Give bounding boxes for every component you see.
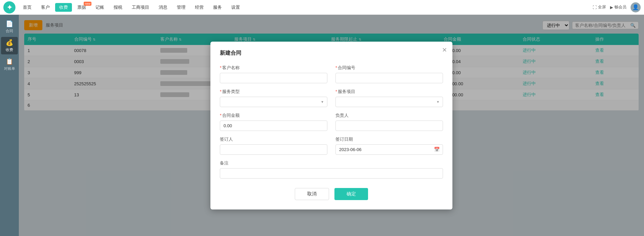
form-row-service-type: * 服务类型 — [220, 89, 327, 107]
nav-service[interactable]: 服务 — [209, 3, 226, 12]
modal-close-button[interactable]: ✕ — [442, 46, 447, 54]
form-row-contract-amount: * 合同金额 — [220, 112, 327, 131]
form-row-sign-date: 签订日期 📅 — [335, 136, 443, 155]
main-layout: 📄 合同 💰 收费 📋 对账单 新增 服务项目 进行中 已完成 已终止 — [0, 15, 644, 236]
modal-title: 新建合同 — [220, 50, 443, 57]
confirm-button[interactable]: 确定 — [334, 188, 368, 200]
vip-label: 畅会员 — [614, 4, 627, 10]
billing-icon: 💰 — [6, 39, 13, 46]
vip-icon: ▶ — [610, 5, 613, 10]
service-type-select[interactable] — [220, 97, 327, 107]
contract-no-input[interactable] — [335, 73, 443, 83]
contract-icon: 📄 — [6, 20, 13, 28]
new-badge: new — [84, 2, 91, 6]
service-type-select-wrapper — [220, 97, 327, 107]
avatar[interactable]: 👤 — [631, 2, 641, 12]
nav-customer[interactable]: 客户 — [37, 3, 54, 12]
nav-operation[interactable]: 经营 — [191, 3, 208, 12]
modal-overlay: ✕ 新建合同 * 客户名称 * 合同编号 — [19, 15, 644, 236]
contract-no-label: * 合同编号 — [335, 65, 443, 71]
nav-business[interactable]: 工商项目 — [128, 3, 153, 12]
service-item-select[interactable] — [335, 97, 443, 107]
form-row-responsible: 负责人 — [335, 112, 443, 131]
cancel-button[interactable]: 取消 — [295, 188, 329, 200]
sign-date-input[interactable] — [335, 144, 443, 155]
signer-label: 签订人 — [220, 136, 327, 142]
sidebar-item-contract[interactable]: 📄 合同 — [1, 18, 18, 36]
nav-messages[interactable]: 消息 — [155, 3, 171, 12]
top-nav-right: ⛶ 全屏 ▶ 畅会员 👤 — [593, 2, 641, 12]
sidebar-item-contract-label: 合同 — [6, 29, 13, 34]
content-area: 新增 服务项目 进行中 已完成 已终止 🔍 序号 — [19, 15, 644, 236]
vip-btn[interactable]: ▶ 畅会员 — [610, 4, 627, 10]
sidebar-item-billing[interactable]: 💰 收费 — [1, 37, 18, 54]
modal-footer: 取消 确定 — [220, 188, 443, 200]
form-row-customer-name: * 客户名称 — [220, 65, 327, 83]
fullscreen-icon: ⛶ — [593, 5, 597, 10]
modal-form: * 客户名称 * 合同编号 — [220, 65, 443, 179]
service-item-label: * 服务项目 — [335, 89, 443, 95]
sidebar-item-statement-label: 对账单 — [4, 66, 15, 71]
top-navigation: ✦ 首页 客户 收费 票据 new 记账 报税 工商项目 消息 管理 经营 服务… — [0, 0, 644, 15]
form-row-remarks: 备注 — [220, 160, 443, 179]
form-row-signer: 签订人 — [220, 136, 327, 155]
sign-date-label: 签订日期 — [335, 136, 443, 142]
sidebar-item-statement[interactable]: 📋 对账单 — [1, 56, 18, 73]
nav-invoice[interactable]: 票据 new — [73, 3, 90, 12]
fullscreen-btn[interactable]: ⛶ 全屏 — [593, 4, 606, 10]
form-row-contract-no: * 合同编号 — [335, 65, 443, 83]
contract-amount-label: * 合同金额 — [220, 112, 327, 119]
nav-items: 首页 客户 收费 票据 new 记账 报税 工商项目 消息 管理 经营 服务 设… — [19, 3, 593, 12]
service-type-label: * 服务类型 — [220, 89, 327, 95]
remarks-input[interactable] — [220, 168, 443, 179]
sidebar: 📄 合同 💰 收费 📋 对账单 — [0, 15, 19, 236]
nav-billing[interactable]: 收费 — [55, 3, 72, 12]
remarks-label: 备注 — [220, 160, 443, 166]
nav-settings[interactable]: 设置 — [227, 3, 244, 12]
nav-tax[interactable]: 报税 — [110, 3, 126, 12]
contract-amount-input[interactable] — [220, 121, 327, 131]
signer-input[interactable] — [220, 144, 327, 155]
form-row-service-item: * 服务项目 — [335, 89, 443, 107]
nav-accounting[interactable]: 记账 — [91, 3, 108, 12]
sign-date-wrapper: 📅 — [335, 144, 443, 155]
nav-home[interactable]: 首页 — [19, 3, 36, 12]
service-item-select-wrapper — [335, 97, 443, 107]
customer-name-label: * 客户名称 — [220, 65, 327, 71]
responsible-label: 负责人 — [335, 112, 443, 119]
nav-manage[interactable]: 管理 — [173, 3, 190, 12]
customer-name-input[interactable] — [220, 73, 327, 83]
responsible-input[interactable] — [335, 121, 443, 131]
app-logo: ✦ — [3, 1, 15, 13]
statement-icon: 📋 — [6, 58, 13, 65]
sidebar-item-billing-label: 收费 — [6, 47, 13, 52]
new-contract-modal: ✕ 新建合同 * 客户名称 * 合同编号 — [210, 42, 452, 209]
fullscreen-label: 全屏 — [598, 4, 606, 10]
